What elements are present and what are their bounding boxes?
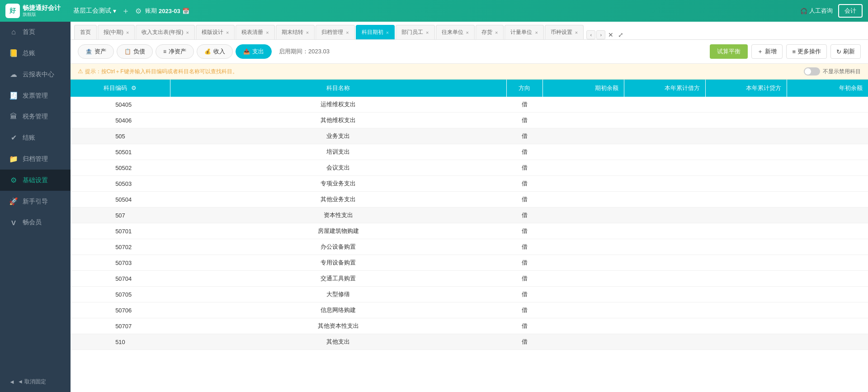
tab-close-icon[interactable]: × — [535, 30, 538, 35]
cell-year-balance — [787, 239, 868, 255]
tab-close-icon[interactable]: × — [466, 30, 469, 35]
table-row[interactable]: 50703 专用设备购置 借 — [71, 255, 868, 271]
table-row[interactable]: 50501 培训支出 借 — [71, 144, 868, 160]
table-row[interactable]: 50705 大型修缮 借 — [71, 287, 868, 302]
table-row[interactable]: 510 其他支出 借 — [71, 334, 868, 350]
sidebar-item-home[interactable]: ⌂ 首页 — [0, 22, 71, 43]
table-row[interactable]: 50702 办公设备购置 借 — [71, 239, 868, 255]
tab-inventory[interactable]: 存货 × — [476, 25, 504, 39]
col-settings-icon[interactable]: ⚙ — [131, 85, 137, 91]
cell-balance — [542, 223, 624, 239]
sidebar-item-reports[interactable]: ☁ 云报表中心 — [0, 64, 71, 85]
tab-close-all-button[interactable]: ✕ — [606, 30, 615, 39]
cell-balance — [542, 192, 624, 208]
support-button[interactable]: 🎧 人工咨询 — [800, 7, 833, 15]
cell-dir: 借 — [506, 302, 542, 318]
tab-close-icon[interactable]: × — [495, 30, 498, 35]
table-row[interactable]: 50502 会议支出 借 — [71, 160, 868, 176]
sidebar-item-tax[interactable]: 🏛 税务管理 — [0, 106, 71, 127]
filter-tab-equity[interactable]: ≡ 净资产 — [156, 44, 194, 59]
sidebar-item-invoice[interactable]: 🧾 发票管理 — [0, 85, 71, 106]
table-row[interactable]: 50701 房屋建筑物购建 借 — [71, 223, 868, 239]
more-button[interactable]: ≡ 更多操作 — [786, 44, 827, 59]
tab-close-icon[interactable]: × — [346, 30, 349, 35]
tab-close-icon[interactable]: × — [386, 30, 389, 35]
filter-tabs: 🏦 资产 📋 负债 ≡ 净资产 💰 收入 — [78, 44, 330, 59]
cell-ytd-credit — [705, 176, 787, 192]
settings-icon[interactable]: ⚙ — [135, 7, 142, 15]
cell-ytd-debit — [624, 223, 705, 239]
cell-ytd-debit — [624, 287, 705, 302]
tab-close-icon[interactable]: × — [266, 30, 269, 35]
sidebar-toggle-button[interactable]: ◄ ◄ 取消固定 — [0, 372, 71, 392]
account-button[interactable]: 会计 — [838, 4, 863, 18]
filter-tab-asset[interactable]: 🏦 资产 — [78, 44, 114, 59]
add-button[interactable]: ＋ 新增 — [751, 44, 783, 59]
calendar-icon[interactable]: 📅 — [182, 8, 189, 14]
tab-report-mid[interactable]: 报(中期) × — [98, 25, 135, 39]
table-container[interactable]: 科目编码 ⚙ 科目名称 方向 期初余额 本年累计借方 本年累计贷方 年初余额 5… — [71, 80, 868, 392]
tab-close-icon[interactable]: × — [426, 30, 429, 35]
tab-subject-init[interactable]: 科目期初 × — [356, 25, 395, 39]
tab-close-icon[interactable]: × — [575, 30, 578, 35]
tab-income-annual[interactable]: 收入支出表(年报) × — [136, 25, 194, 39]
cell-year-balance — [787, 255, 868, 271]
add-company-button[interactable]: ＋ — [120, 5, 132, 16]
sidebar-item-archive[interactable]: 📁 归档管理 — [0, 148, 71, 170]
sidebar-item-guide[interactable]: 🚀 新手引导 — [0, 191, 71, 212]
tab-period-end[interactable]: 期末结转 × — [276, 25, 315, 39]
table-row[interactable]: 50704 交通工具购置 借 — [71, 271, 868, 287]
company-name[interactable]: 基层工会测试 ▾ — [73, 7, 116, 15]
cell-balance — [542, 113, 624, 128]
table-row[interactable]: 507 资本性支出 借 — [71, 208, 868, 223]
tab-next-button[interactable]: › — [596, 30, 605, 39]
table-row[interactable]: 50406 其他维权支出 借 — [71, 113, 868, 128]
balance-button[interactable]: 试算平衡 — [710, 44, 748, 59]
filter-tab-liability[interactable]: 📋 负债 — [117, 44, 153, 59]
table-row[interactable]: 50504 其他业务支出 借 — [71, 192, 868, 208]
tab-home[interactable]: 首页 — [74, 25, 97, 39]
cell-dir: 借 — [506, 334, 542, 350]
tab-close-icon[interactable]: × — [306, 30, 309, 35]
table-row[interactable]: 505 业务支出 借 — [71, 128, 868, 144]
liability-icon: 📋 — [124, 48, 131, 55]
sidebar-label-member: 畅会员 — [23, 218, 42, 227]
sidebar-label-guide: 新手引导 — [23, 198, 48, 206]
cell-balance — [542, 302, 624, 318]
sidebar-item-settings[interactable]: ⚙ 基础设置 — [0, 170, 71, 191]
filter-tab-expense[interactable]: 📤 支出 — [236, 44, 272, 59]
sidebar-item-close[interactable]: ✔ 结账 — [0, 127, 71, 148]
toggle-switch[interactable]: 不显示禁用科目 — [804, 67, 861, 76]
table-row[interactable]: 50707 其他资本性支出 借 — [71, 318, 868, 334]
tab-close-icon[interactable]: × — [126, 30, 129, 35]
tab-currency[interactable]: 币种设置 × — [545, 25, 584, 39]
sidebar-item-ledger[interactable]: 📒 总账 — [0, 43, 71, 64]
tab-unit[interactable]: 计量单位 × — [505, 25, 543, 39]
tab-close-icon[interactable]: × — [226, 30, 229, 35]
table-row[interactable]: 50706 信息网络购建 借 — [71, 302, 868, 318]
tab-tax-schedule[interactable]: 税表清册 × — [236, 25, 274, 39]
tab-template[interactable]: 模版设计 × — [196, 25, 235, 39]
cell-ytd-credit — [705, 208, 787, 223]
cell-ytd-credit — [705, 223, 787, 239]
table-row[interactable]: 50405 运维维权支出 借 — [71, 97, 868, 113]
tab-prev-button[interactable]: ‹ — [586, 30, 595, 39]
cell-name: 信息网络购建 — [170, 302, 506, 318]
disable-toggle[interactable] — [804, 67, 820, 76]
refresh-button[interactable]: ↻ 刷新 — [830, 44, 861, 59]
tab-dept-staff[interactable]: 部门员工 × — [396, 25, 434, 39]
col-header-ytd-debit: 本年累计借方 — [624, 80, 705, 97]
tab-archive-mgmt[interactable]: 归档管理 × — [316, 25, 354, 39]
sidebar-item-member[interactable]: V 畅会员 — [0, 212, 71, 233]
sidebar-label-tax: 税务管理 — [23, 113, 48, 121]
dropdown-icon: ▾ — [113, 7, 116, 14]
income-icon: 💰 — [204, 48, 211, 55]
tab-close-icon[interactable]: × — [186, 30, 189, 35]
filter-tab-income[interactable]: 💰 收入 — [197, 44, 233, 59]
cell-name: 其他资本性支出 — [170, 318, 506, 334]
cell-dir: 借 — [506, 208, 542, 223]
tab-expand-button[interactable]: ⤢ — [616, 30, 625, 39]
table-row[interactable]: 50503 专项业务支出 借 — [71, 176, 868, 192]
cell-ytd-debit — [624, 144, 705, 160]
tab-contact-unit[interactable]: 往来单位 × — [436, 25, 475, 39]
